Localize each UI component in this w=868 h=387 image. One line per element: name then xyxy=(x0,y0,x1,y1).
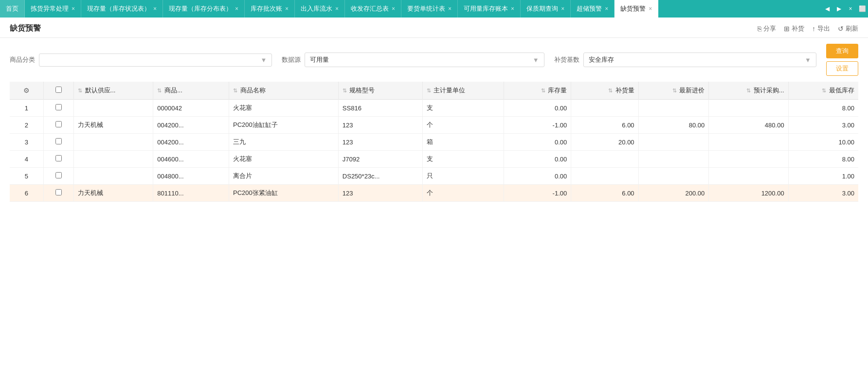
table-header-row: ⚙ ⇅ 默认供应... ⇅ 商品... ⇅ 商品名称 xyxy=(10,82,858,100)
tab-shortage[interactable]: 缺货预警 × xyxy=(615,0,658,18)
tab-nav-prev[interactable]: ◀ xyxy=(821,5,833,12)
category-arrow-icon: ▼ xyxy=(260,56,267,64)
row-name: 三九 xyxy=(229,134,338,151)
row-min-stock: 8.00 xyxy=(788,100,858,117)
row-check-cell[interactable] xyxy=(43,168,73,185)
row-checkbox-2[interactable] xyxy=(55,138,62,144)
table-body: 1 0000042 火花塞 SS816 支 0.00 8.00 2 力天机械 0… xyxy=(10,100,858,202)
row-estimate-purchase xyxy=(709,151,788,168)
col-header-spec: ⇅ 规格型号 xyxy=(338,82,422,100)
row-checkbox-3[interactable] xyxy=(55,155,62,161)
row-check-cell[interactable] xyxy=(43,151,73,168)
replenish-button[interactable]: ⊞ 补货 xyxy=(784,24,804,33)
row-check-cell[interactable] xyxy=(43,134,73,151)
query-button[interactable]: 查询 xyxy=(826,44,858,58)
filter-bar: 商品分类 ▼ 数据源 可用量 ▼ 补货基数 安全库存 ▼ 查询 设置 xyxy=(0,38,868,82)
sort-icon-min-stock[interactable]: ⇅ xyxy=(822,88,826,93)
row-unit: 支 xyxy=(422,100,504,117)
row-settings-cell: 2 xyxy=(10,117,43,134)
select-all-checkbox[interactable] xyxy=(55,87,62,93)
row-supplier: 力天机械 xyxy=(73,117,153,134)
row-supplier xyxy=(73,168,153,185)
category-label: 商品分类 xyxy=(10,55,35,64)
row-estimate-purchase xyxy=(709,100,788,117)
share-button[interactable]: ⎘ 分享 xyxy=(758,24,776,33)
tab-inout-flow[interactable]: 出入库流水 × xyxy=(295,0,345,18)
close-tab-expiry-query[interactable]: × xyxy=(561,5,564,12)
tab-receive-summary[interactable]: 收发存汇总表 × xyxy=(345,0,401,18)
category-select[interactable]: ▼ xyxy=(39,53,272,67)
replenish-base-select[interactable]: 安全库存 ▼ xyxy=(583,53,816,67)
row-min-stock: 3.00 xyxy=(788,185,858,202)
tab-overstock[interactable]: 超储预警 × xyxy=(571,0,615,18)
settings-button[interactable]: 设置 xyxy=(826,61,858,76)
row-checkbox-4[interactable] xyxy=(55,172,62,178)
row-estimate-purchase xyxy=(709,168,788,185)
replenish-base-value: 安全库存 xyxy=(589,55,614,64)
tab-available-ledger[interactable]: 可用量库存账本 × xyxy=(458,0,521,18)
sort-icon-name[interactable]: ⇅ xyxy=(233,88,237,93)
sort-icon-latest-price[interactable]: ⇅ xyxy=(672,88,677,93)
tab-maximize[interactable]: ⬜ xyxy=(856,5,868,12)
tab-close-window[interactable]: × xyxy=(845,5,856,12)
row-spec: J7092 xyxy=(338,151,422,168)
tab-exception[interactable]: 拣货异常处理 × xyxy=(25,0,81,18)
col-header-settings[interactable]: ⚙ xyxy=(10,82,43,100)
close-tab-receive-summary[interactable]: × xyxy=(392,5,395,12)
close-tab-available-ledger[interactable]: × xyxy=(511,5,514,12)
row-check-cell[interactable] xyxy=(43,185,73,202)
sort-icon-spec[interactable]: ⇅ xyxy=(343,88,347,93)
close-tab-overstock[interactable]: × xyxy=(605,5,608,12)
header-actions: ⎘ 分享 ⊞ 补货 ↑ 导出 ↺ 刷新 xyxy=(758,24,858,33)
col-header-name: ⇅ 商品名称 xyxy=(229,82,338,100)
table-row: 3 004200... 三九 123 箱 0.00 20.00 10.00 xyxy=(10,134,858,151)
sort-icon-supplier[interactable]: ⇅ xyxy=(78,88,82,93)
sort-icon-estimate-purchase[interactable]: ⇅ xyxy=(746,88,751,93)
row-stock: -1.00 xyxy=(504,185,571,202)
close-tab-stock-status[interactable]: × xyxy=(153,5,157,12)
sort-icon-unit[interactable]: ⇅ xyxy=(427,88,431,93)
datasource-select[interactable]: 可用量 ▼ xyxy=(305,53,544,67)
tab-stock-dist[interactable]: 现存量（库存分布表） × xyxy=(163,0,245,18)
table-settings-icon[interactable]: ⚙ xyxy=(23,87,30,94)
row-checkbox-1[interactable] xyxy=(55,121,62,127)
datasource-select-value: 可用量 xyxy=(310,55,329,64)
col-header-check[interactable] xyxy=(43,82,73,100)
row-stock: 0.00 xyxy=(504,168,571,185)
row-checkbox-5[interactable] xyxy=(55,189,62,195)
row-min-stock: 1.00 xyxy=(788,168,858,185)
tab-requisition-stats[interactable]: 要货单统计表 × xyxy=(401,0,458,18)
row-unit: 支 xyxy=(422,151,504,168)
close-tab-batch-account[interactable]: × xyxy=(285,5,289,12)
tab-nav-next[interactable]: ▶ xyxy=(833,5,845,12)
close-tab-stock-dist[interactable]: × xyxy=(235,5,238,12)
row-check-cell[interactable] xyxy=(43,117,73,134)
row-name: 火花塞 xyxy=(229,100,338,117)
col-header-latest-price: ⇅ 最新进价 xyxy=(638,82,709,100)
sort-icon-stock[interactable]: ⇅ xyxy=(541,88,545,93)
export-button[interactable]: ↑ 导出 xyxy=(812,24,830,33)
page-header: 缺货预警 ⎘ 分享 ⊞ 补货 ↑ 导出 ↺ 刷新 xyxy=(0,18,868,38)
row-replenish xyxy=(571,100,638,117)
datasource-filter-item: 数据源 可用量 ▼ xyxy=(282,53,544,67)
close-tab-inout-flow[interactable]: × xyxy=(335,5,339,12)
row-replenish: 6.00 xyxy=(571,117,638,134)
sort-icon-replenish[interactable]: ⇅ xyxy=(608,88,613,93)
row-check-cell[interactable] xyxy=(43,100,73,117)
close-tab-requisition-stats[interactable]: × xyxy=(448,5,452,12)
tab-expiry-query[interactable]: 保质期查询 × xyxy=(521,0,571,18)
table-row: 4 004600... 火花塞 J7092 支 0.00 8.00 xyxy=(10,151,858,168)
close-tab-shortage[interactable]: × xyxy=(649,5,652,12)
row-settings-cell: 1 xyxy=(10,100,43,117)
table-container: ⚙ ⇅ 默认供应... ⇅ 商品... ⇅ 商品名称 xyxy=(0,82,868,202)
row-name: PC200油缸缸子 xyxy=(229,117,338,134)
col-header-unit: ⇅ 主计量单位 xyxy=(422,82,504,100)
row-stock: 0.00 xyxy=(504,100,571,117)
tab-batch-account[interactable]: 库存批次账 × xyxy=(245,0,295,18)
tab-stock-status[interactable]: 现存量（库存状况表） × xyxy=(81,0,163,18)
close-tab-exception[interactable]: × xyxy=(72,5,75,12)
refresh-button[interactable]: ↺ 刷新 xyxy=(838,24,858,33)
sort-icon-code[interactable]: ⇅ xyxy=(157,88,162,93)
tab-home[interactable]: 首页 xyxy=(0,0,25,18)
row-checkbox-0[interactable] xyxy=(55,104,62,110)
